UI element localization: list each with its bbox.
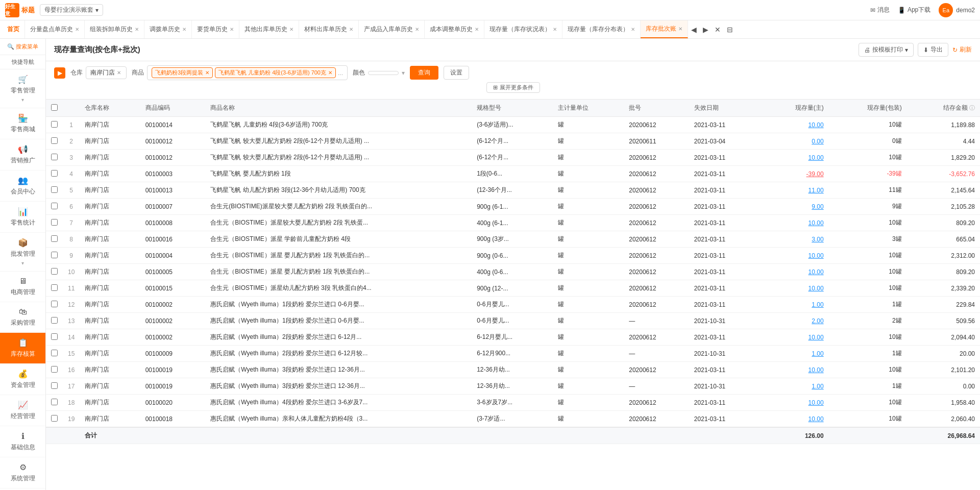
tab-1[interactable]: 分量盘点单历史 ✕	[25, 20, 85, 38]
app-download-btn[interactable]: 📱 App下载	[898, 6, 930, 14]
row-checkbox-6[interactable]	[51, 219, 58, 226]
sidebar-item-system[interactable]: ⚙ 系统管理	[0, 457, 45, 488]
sidebar-item-purchase[interactable]: 🛍 采购管理	[0, 302, 45, 333]
tab-8[interactable]: 成本调整单历史 ✕	[425, 20, 484, 38]
sidebar-item-operations[interactable]: 📈 经营管理	[0, 395, 45, 426]
row-checkbox-8[interactable]	[51, 252, 58, 258]
row-qty-main-17[interactable]: 10.00	[761, 395, 828, 411]
row-check-3[interactable]	[46, 166, 63, 182]
row-qty-main-1[interactable]: 0.00	[761, 133, 828, 150]
sidebar-quick-nav[interactable]: 快捷导航	[0, 55, 45, 69]
color-filter-input[interactable]	[368, 71, 399, 75]
row-check-0[interactable]	[46, 117, 63, 133]
row-qty-main-5[interactable]: 9.00	[761, 199, 828, 215]
row-check-9[interactable]	[46, 264, 63, 280]
row-check-18[interactable]	[46, 411, 63, 428]
row-qty-main-4[interactable]: 11.00	[761, 182, 828, 199]
tab-close-all[interactable]: ✕	[712, 26, 724, 34]
product-tag-1[interactable]: 飞鹤星飞帆 儿童奶粉 4段(3-6岁适用) 700克 ✕	[215, 67, 336, 78]
row-check-6[interactable]	[46, 215, 63, 231]
tab-3[interactable]: 调拨单历史 ✕	[144, 20, 192, 38]
row-checkbox-12[interactable]	[51, 317, 58, 324]
tab-3-close[interactable]: ✕	[182, 27, 186, 32]
tab-1-close[interactable]: ✕	[75, 27, 79, 32]
row-qty-main-14[interactable]: 1.00	[761, 346, 828, 362]
tab-8-close[interactable]: ✕	[475, 27, 479, 32]
btn-template-print[interactable]: 🖨 按模板打印 ▾	[859, 43, 914, 57]
row-check-11[interactable]	[46, 297, 63, 313]
row-checkbox-18[interactable]	[51, 415, 58, 422]
tab-5[interactable]: 其他出库单历史 ✕	[239, 20, 299, 38]
row-check-1[interactable]	[46, 133, 63, 150]
sidebar-item-statistics[interactable]: 📊 零售统计	[0, 202, 45, 233]
tab-nav-next[interactable]: ▶	[700, 26, 712, 34]
sidebar-item-member[interactable]: 👥 会员中心	[0, 170, 45, 202]
row-checkbox-1[interactable]	[51, 137, 58, 144]
row-check-8[interactable]	[46, 248, 63, 264]
tab-9[interactable]: 现存量（库存状况表） ✕	[484, 20, 562, 38]
row-qty-main-3[interactable]: -39.00	[761, 166, 828, 182]
color-filter-arrow[interactable]: ▾	[402, 69, 405, 77]
row-check-5[interactable]	[46, 199, 63, 215]
tab-11[interactable]: 库存批次账 ✕	[641, 20, 688, 38]
row-qty-main-11[interactable]: 1.00	[761, 297, 828, 313]
row-qty-main-9[interactable]: 10.00	[761, 264, 828, 280]
row-qty-main-8[interactable]: 10.00	[761, 248, 828, 264]
row-checkbox-16[interactable]	[51, 382, 58, 389]
row-qty-main-0[interactable]: 10.00	[761, 117, 828, 133]
tab-2-close[interactable]: ✕	[135, 27, 139, 32]
row-checkbox-7[interactable]	[51, 235, 58, 242]
tab-6[interactable]: 材料出库单历史 ✕	[299, 20, 359, 38]
row-checkbox-11[interactable]	[51, 301, 58, 307]
row-check-7[interactable]	[46, 231, 63, 248]
row-check-13[interactable]	[46, 329, 63, 346]
message-btn[interactable]: ✉ 消息	[870, 6, 890, 14]
sidebar-item-retail[interactable]: 🛒 零售管理 ▾	[0, 69, 45, 108]
warehouse-close[interactable]: ✕	[117, 70, 121, 76]
sidebar-item-wholesale[interactable]: 📦 批发管理 ▾	[0, 233, 45, 272]
row-qty-main-13[interactable]: 10.00	[761, 329, 828, 346]
row-qty-main-16[interactable]: 1.00	[761, 378, 828, 395]
row-check-10[interactable]	[46, 280, 63, 297]
row-qty-main-10[interactable]: 10.00	[761, 280, 828, 297]
row-check-2[interactable]	[46, 150, 63, 166]
row-qty-main-12[interactable]: 2.00	[761, 313, 828, 329]
tab-10-close[interactable]: ✕	[631, 27, 635, 32]
user-avatar-area[interactable]: Ea demo2	[939, 3, 975, 17]
tab-4[interactable]: 要货单历史 ✕	[192, 20, 239, 38]
row-qty-main-7[interactable]: 3.00	[761, 231, 828, 248]
row-checkbox-4[interactable]	[51, 186, 58, 193]
tab-9-close[interactable]: ✕	[553, 27, 557, 32]
row-check-4[interactable]	[46, 182, 63, 199]
tab-nav-prev[interactable]: ◀	[688, 26, 700, 34]
tab-4-close[interactable]: ✕	[230, 27, 234, 32]
expand-more-btn[interactable]: ⊞ 展开更多条件	[486, 82, 540, 93]
row-checkbox-9[interactable]	[51, 268, 58, 275]
row-check-14[interactable]	[46, 346, 63, 362]
sidebar-item-ecommerce[interactable]: 🖥 电商管理	[0, 272, 45, 302]
select-all-checkbox[interactable]	[51, 104, 58, 111]
warehouse-filter-input[interactable]: 南岸门店 ✕	[86, 66, 127, 79]
row-checkbox-10[interactable]	[51, 284, 58, 291]
tab-10[interactable]: 现存量（库存分布表） ✕	[562, 20, 641, 38]
btn-refresh[interactable]: ↻ 刷新	[952, 45, 972, 54]
filter-search-btn[interactable]: 查询	[410, 66, 438, 80]
row-qty-main-15[interactable]: 10.00	[761, 362, 828, 378]
row-checkbox-13[interactable]	[51, 333, 58, 340]
filter-expand-btn[interactable]: ▶	[54, 67, 65, 79]
filter-setting-btn[interactable]: 设置	[444, 66, 469, 80]
btn-export[interactable]: ⬇ 导出	[918, 43, 948, 57]
row-checkbox-5[interactable]	[51, 203, 58, 209]
tab-11-close[interactable]: ✕	[678, 26, 682, 32]
row-qty-main-2[interactable]: 10.00	[761, 150, 828, 166]
tab-5-close[interactable]: ✕	[289, 27, 293, 32]
row-checkbox-17[interactable]	[51, 399, 58, 405]
product-tag-0-close[interactable]: ✕	[205, 70, 209, 76]
product-tag-0[interactable]: 飞鹤奶粉3段两提装 ✕	[152, 67, 213, 78]
sidebar-item-shop[interactable]: 🏪 零售商城	[0, 108, 45, 139]
sidebar-item-finance[interactable]: 💰 资金管理	[0, 364, 45, 395]
tab-7-close[interactable]: ✕	[415, 27, 419, 32]
product-tag-1-close[interactable]: ✕	[328, 70, 332, 76]
product-filter-input[interactable]: 飞鹤奶粉3段两提装 ✕ 飞鹤星飞帆 儿童奶粉 4段(3-6岁适用) 700克 ✕…	[147, 65, 348, 80]
row-qty-main-18[interactable]: 10.00	[761, 411, 828, 428]
